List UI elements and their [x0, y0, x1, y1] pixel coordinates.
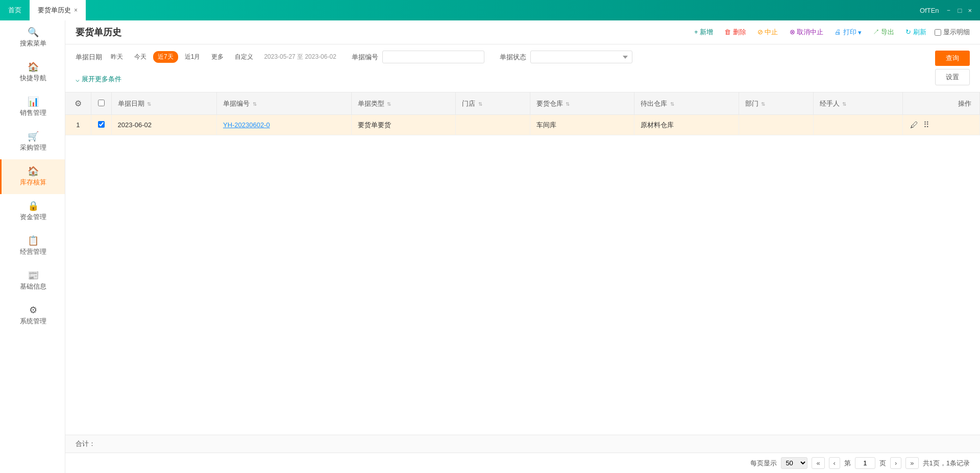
col-doc-no-label: 单据编号: [223, 100, 250, 107]
row-actions: 🖊 ⠿: [902, 115, 979, 135]
page-input[interactable]: [855, 457, 875, 469]
last-page-btn[interactable]: »: [905, 457, 918, 469]
tab-requisition-history[interactable]: 要货单历史 ×: [30, 0, 86, 20]
window-close-btn[interactable]: ×: [968, 7, 972, 14]
edit-icon[interactable]: 🖊: [909, 120, 919, 131]
page-size-select[interactable]: 50 10 20 100: [781, 457, 807, 469]
date-btn-1month[interactable]: 近1月: [180, 51, 205, 63]
sidebar-item-finance-label: 资金管理: [20, 212, 46, 222]
export-button[interactable]: ↗ 导出: [870, 26, 898, 39]
next-page-btn[interactable]: ›: [890, 457, 901, 469]
col-handler-label: 经手人: [820, 100, 840, 107]
chevron-down-icon: ⌵: [76, 76, 80, 83]
sidebar-item-system-label: 系统管理: [20, 317, 46, 326]
first-page-btn[interactable]: «: [812, 457, 824, 469]
tab-close-icon[interactable]: ×: [74, 7, 78, 14]
select-all-checkbox[interactable]: [98, 100, 105, 106]
pagination: 每页显示 50 10 20 100 « ‹ 第 页 › » 共1页，1条记录: [65, 453, 980, 473]
sort-icon-pending-warehouse[interactable]: ⇅: [670, 101, 674, 107]
sidebar-item-sales[interactable]: 📊 销售管理: [0, 90, 65, 125]
window-minimize-btn[interactable]: －: [945, 6, 952, 15]
sidebar-item-basic-info-label: 基础信息: [20, 282, 46, 291]
display-detail-label: 显示明细: [943, 28, 970, 37]
col-handler: 经手人 ⇅: [813, 92, 902, 115]
sales-icon: 📊: [28, 97, 39, 106]
display-detail-toggle[interactable]: 显示明细: [935, 28, 970, 37]
table-row: 1 2023-06-02 YH-20230602-0 要货单要货 车间库 原材料…: [65, 115, 980, 135]
sidebar-item-nav-label: 快捷导航: [20, 74, 46, 83]
query-button[interactable]: 查询: [935, 51, 970, 66]
home-icon: 🏠: [28, 62, 39, 72]
col-checkbox: [91, 92, 111, 115]
sidebar: 🔍 搜索菜单 🏠 快捷导航 📊 销售管理 🛒 采购管理 🏠 库存核算 🔒 资金管…: [0, 20, 65, 473]
sidebar-item-basic-info[interactable]: 📰 基础信息: [0, 264, 65, 298]
tab-home[interactable]: 首页: [0, 0, 30, 20]
date-range-display: 2023-05-27 至 2023-06-02: [264, 53, 336, 61]
filter-fields: 单据日期 昨天 今天 近7天 近1月 更多 自定义 2023-05-27 至 2…: [76, 51, 925, 86]
col-settings-btn[interactable]: ⚙: [72, 98, 84, 109]
sidebar-item-purchase[interactable]: 🛒 采购管理: [0, 125, 65, 159]
row-doc-no-link[interactable]: YH-20230602-0: [223, 121, 270, 129]
sidebar-item-inventory-label: 库存核算: [20, 178, 46, 187]
delete-button[interactable]: 🗑 删除: [721, 26, 749, 39]
expand-more-btn[interactable]: ⌵ 展开更多条件: [76, 73, 925, 86]
date-btn-7days[interactable]: 近7天: [153, 51, 178, 63]
date-btn-today[interactable]: 今天: [130, 51, 151, 63]
window-maximize-btn[interactable]: □: [958, 7, 962, 14]
sidebar-item-system[interactable]: ⚙ 系统管理: [0, 298, 65, 333]
more-icon[interactable]: ⠿: [922, 119, 930, 131]
sidebar-item-inventory[interactable]: 🏠 库存核算: [0, 159, 65, 194]
display-detail-checkbox[interactable]: [935, 29, 941, 36]
print-button[interactable]: 🖨 打印 ▾: [831, 26, 865, 39]
sidebar-item-nav[interactable]: 🏠 快捷导航: [0, 55, 65, 90]
sidebar-item-finance[interactable]: 🔒 资金管理: [0, 194, 65, 229]
sort-icon-department[interactable]: ⇅: [761, 101, 765, 107]
col-department-label: 部门: [745, 100, 758, 107]
sidebar-item-search-label: 搜索菜单: [20, 39, 46, 48]
docno-input[interactable]: [382, 51, 484, 63]
filter-row-1: 单据日期 昨天 今天 近7天 近1月 更多 自定义 2023-05-27 至 2…: [76, 51, 925, 63]
date-btn-more[interactable]: 更多: [207, 51, 228, 63]
stop-btn-label: ⊘ 中止: [757, 28, 778, 37]
content-area: 要货单历史 + 新增 🗑 删除 ⊘ 中止 ⊗ 取消中止 🖨 打印 ▾: [65, 20, 980, 473]
sort-icon-store[interactable]: ⇅: [478, 101, 482, 107]
operations-icon: 📋: [28, 236, 39, 245]
summary-row: 合计：: [65, 435, 980, 453]
stop-button[interactable]: ⊘ 中止: [754, 26, 781, 39]
sidebar-item-operations[interactable]: 📋 经营管理: [0, 229, 65, 264]
col-req-warehouse: 要货仓库 ⇅: [530, 92, 634, 115]
top-bar: 首页 要货单历史 × OfTEn － □ ×: [0, 0, 980, 20]
col-doc-no: 单据编号 ⇅: [216, 92, 351, 115]
date-btn-custom[interactable]: 自定义: [230, 51, 258, 63]
col-doc-date-label: 单据日期: [118, 100, 144, 107]
sidebar-item-search[interactable]: 🔍 搜索菜单: [0, 20, 65, 55]
print-btn-label: 🖨 打印: [835, 28, 856, 37]
row-checkbox[interactable]: [98, 121, 105, 128]
main-layout: 🔍 搜索菜单 🏠 快捷导航 📊 销售管理 🛒 采购管理 🏠 库存核算 🔒 资金管…: [0, 20, 980, 473]
filter-area: 单据日期 昨天 今天 近7天 近1月 更多 自定义 2023-05-27 至 2…: [65, 44, 980, 92]
search-icon: 🔍: [28, 28, 39, 37]
print-dropdown-icon: ▾: [858, 29, 862, 36]
cancel-stop-btn-label: ⊗ 取消中止: [790, 28, 824, 37]
date-btn-yesterday[interactable]: 昨天: [106, 51, 128, 63]
status-select[interactable]: [530, 51, 632, 63]
sort-icon-handler[interactable]: ⇅: [842, 101, 846, 107]
sort-icon-req-warehouse[interactable]: ⇅: [566, 101, 570, 107]
sort-icon-doc-no[interactable]: ⇅: [253, 101, 257, 107]
filter-divider: 单据日期 昨天 今天 近7天 近1月 更多 自定义 2023-05-27 至 2…: [76, 51, 970, 86]
row-doc-no: YH-20230602-0: [216, 115, 351, 135]
col-pending-warehouse: 待出仓库 ⇅: [634, 92, 739, 115]
sort-icon-doc-type[interactable]: ⇅: [387, 101, 391, 107]
user-label[interactable]: OfTEn: [920, 7, 939, 14]
docno-filter-group: 单据编号: [352, 51, 484, 63]
cancel-stop-button[interactable]: ⊗ 取消中止: [787, 26, 827, 39]
top-bar-tabs: 首页 要货单历史 ×: [0, 0, 920, 20]
sidebar-item-operations-label: 经营管理: [20, 247, 46, 256]
sort-icon-doc-date[interactable]: ⇅: [147, 101, 151, 107]
refresh-button[interactable]: ↻ 刷新: [902, 26, 929, 39]
date-filter-btns: 昨天 今天 近7天 近1月 更多 自定义: [106, 51, 258, 63]
row-doc-date: 2023-06-02: [111, 115, 216, 135]
prev-page-btn[interactable]: ‹: [829, 457, 840, 469]
setting-button[interactable]: 设置: [935, 69, 970, 85]
new-button[interactable]: + 新增: [691, 26, 716, 39]
